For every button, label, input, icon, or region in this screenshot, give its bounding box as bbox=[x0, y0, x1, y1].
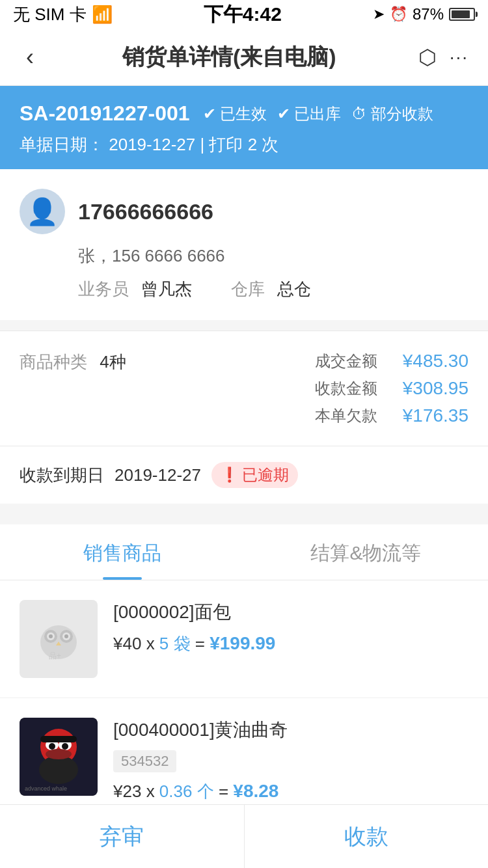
svg-rect-17 bbox=[40, 736, 77, 742]
product-sku-2: 534532 bbox=[113, 750, 176, 772]
customer-name-detail: 张，156 6666 6666 bbox=[78, 245, 468, 267]
status-badge-1: ✔ 已生效 bbox=[203, 103, 267, 124]
wifi-icon: 📶 bbox=[92, 5, 113, 25]
product-price-row-2: ¥23 x 0.36 个 = ¥8.28 bbox=[113, 780, 468, 803]
amount-label: 成交金额 bbox=[315, 351, 377, 372]
alarm-icon: ⏰ bbox=[390, 6, 407, 23]
svg-point-11 bbox=[39, 755, 78, 784]
overdue-text: 已逾期 bbox=[242, 465, 289, 485]
page-title: 销货单详情(来自电脑) bbox=[122, 42, 336, 72]
svg-point-15 bbox=[62, 743, 68, 750]
received-value: ¥308.95 bbox=[390, 378, 468, 399]
status-left: 无 SIM 卡 📶 bbox=[13, 3, 113, 26]
sales-value: 曾凡杰 bbox=[141, 279, 192, 299]
product-unit-1: 袋 bbox=[174, 634, 191, 653]
due-date-section: 收款到期日 2019-12-27 ❗ 已逾期 bbox=[0, 446, 488, 504]
product-thumbnail-2: advanced whale bbox=[20, 718, 98, 796]
svg-point-6 bbox=[64, 634, 68, 638]
product-total-1: ¥199.99 bbox=[210, 633, 275, 653]
product-name-1: [0000002]面包 bbox=[113, 600, 468, 625]
product-image-2: advanced whale bbox=[20, 718, 98, 796]
product-unit-2: 个 bbox=[197, 781, 214, 801]
warehouse: 仓库 总仓 bbox=[231, 278, 311, 301]
overdue-icon: ❗ bbox=[221, 467, 238, 483]
product-info-2: [000400001]黄油曲奇 534532 ¥23 x 0.36 个 = ¥8… bbox=[113, 718, 468, 803]
carrier-text: 无 SIM 卡 bbox=[13, 3, 87, 26]
customer-meta: 业务员 曾凡杰 仓库 总仓 bbox=[78, 278, 468, 301]
stats-left: 商品种类 4种 bbox=[20, 351, 126, 373]
product-qty-2: 0.36 bbox=[159, 781, 193, 801]
battery-icon bbox=[449, 8, 475, 21]
share-icon[interactable]: ⬡ bbox=[418, 45, 437, 70]
collect-payment-button[interactable]: 收款 bbox=[245, 805, 489, 868]
warehouse-value: 总仓 bbox=[277, 279, 311, 299]
product-price-row-1: ¥40 x 5 袋 = ¥199.99 bbox=[113, 632, 468, 655]
svg-point-14 bbox=[49, 743, 55, 750]
product-qty-1: 5 bbox=[159, 634, 169, 653]
svg-point-16 bbox=[46, 749, 72, 759]
svg-point-5 bbox=[49, 634, 53, 638]
bottom-bar: 弃审 收款 bbox=[0, 804, 488, 868]
back-button[interactable]: ‹ bbox=[20, 37, 40, 77]
order-id: SA-20191227-001 bbox=[20, 102, 190, 126]
battery-text: 87% bbox=[413, 5, 444, 23]
amount-item: 成交金额 ¥485.30 bbox=[315, 351, 468, 372]
customer-phone: 17666666666 bbox=[78, 199, 213, 224]
svg-text:品+: 品+ bbox=[49, 651, 61, 660]
product-thumbnail-1: 品+ bbox=[20, 600, 98, 678]
check-icon-1: ✔ bbox=[203, 105, 216, 123]
received-item: 收款金额 ¥308.95 bbox=[315, 378, 468, 399]
owed-label: 本单欠款 bbox=[315, 405, 377, 426]
tab-settlement[interactable]: 结算&物流等 bbox=[244, 524, 488, 580]
svg-text:advanced whale: advanced whale bbox=[25, 785, 67, 792]
nav-actions: ⬡ ··· bbox=[418, 45, 468, 70]
due-label: 收款到期日 bbox=[20, 464, 104, 487]
clock-icon: ⏱ bbox=[351, 105, 367, 123]
received-label: 收款金额 bbox=[315, 378, 377, 399]
nav-bar: ‹ 销货单详情(来自电脑) ⬡ ··· bbox=[0, 29, 488, 86]
more-icon[interactable]: ··· bbox=[450, 47, 468, 68]
tabs-bar: 销售商品 结算&物流等 bbox=[0, 524, 488, 580]
sales-label: 业务员 bbox=[78, 279, 129, 299]
header-date-row: 单据日期： 2019-12-27 | 打印 2 次 bbox=[20, 133, 468, 156]
location-icon: ➤ bbox=[373, 6, 385, 23]
stats-right: 成交金额 ¥485.30 收款金额 ¥308.95 本单欠款 ¥176.35 bbox=[315, 351, 468, 426]
avatar-icon: 👤 bbox=[26, 197, 59, 227]
product-info-1: [0000002]面包 ¥40 x 5 袋 = ¥199.99 bbox=[113, 600, 468, 655]
customer-section: 👤 17666666666 张，156 6666 6666 业务员 曾凡杰 仓库… bbox=[0, 169, 488, 320]
amount-value: ¥485.30 bbox=[390, 351, 468, 372]
status-badge-3: ⏱ 部分收款 bbox=[351, 103, 433, 124]
status-right: ➤ ⏰ 87% bbox=[373, 5, 475, 23]
status-time: 下午4:42 bbox=[204, 1, 282, 28]
sales-person: 业务员 曾凡杰 bbox=[78, 278, 192, 301]
stats-section: 商品种类 4种 成交金额 ¥485.30 收款金额 ¥308.95 本单欠款 ¥… bbox=[0, 331, 488, 446]
reject-review-button[interactable]: 弃审 bbox=[0, 805, 245, 868]
status-badge-2: ✔ 已出库 bbox=[277, 103, 341, 124]
warehouse-label: 仓库 bbox=[231, 279, 265, 299]
due-value: 2019-12-27 bbox=[115, 465, 201, 485]
category-label: 商品种类 bbox=[20, 352, 87, 372]
status-bar: 无 SIM 卡 📶 下午4:42 ➤ ⏰ 87% bbox=[0, 0, 488, 29]
table-row: 品+ [0000002]面包 ¥40 x 5 袋 = ¥199.99 bbox=[0, 580, 488, 698]
check-icon-2: ✔ bbox=[277, 105, 290, 123]
product-name-2: [000400001]黄油曲奇 bbox=[113, 718, 468, 742]
product-total-2: ¥8.28 bbox=[233, 781, 278, 801]
owl-icon: 品+ bbox=[33, 613, 85, 665]
product-list: 品+ [0000002]面包 ¥40 x 5 袋 = ¥199.99 bbox=[0, 580, 488, 823]
owed-value: ¥176.35 bbox=[390, 405, 468, 426]
avatar: 👤 bbox=[20, 189, 65, 234]
category-value: 4种 bbox=[100, 352, 126, 372]
overdue-badge: ❗ 已逾期 bbox=[211, 462, 298, 488]
tab-sales-products[interactable]: 销售商品 bbox=[0, 524, 244, 580]
owed-item: 本单欠款 ¥176.35 bbox=[315, 405, 468, 426]
header-card: SA-20191227-001 ✔ 已生效 ✔ 已出库 ⏱ 部分收款 单据日期：… bbox=[0, 86, 488, 169]
